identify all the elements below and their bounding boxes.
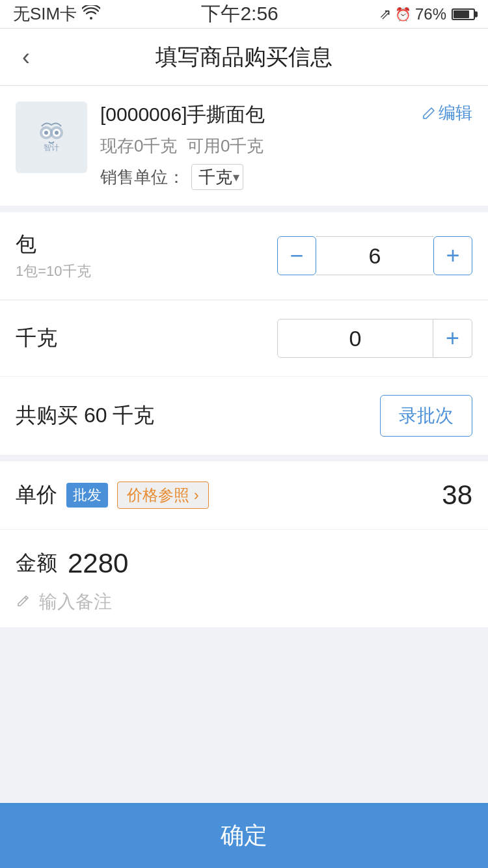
note-placeholder: 输入备注 (39, 590, 112, 614)
package-input-section: 包 1包=10千克 − + (0, 212, 488, 300)
price-section: 单价 批发 价格参照 › 38 (0, 461, 488, 530)
amount-row: 金额 2280 (16, 548, 472, 579)
alarm-icon: ⏰ (395, 7, 411, 22)
package-sub-label: 1包=10千克 (16, 262, 91, 281)
package-row: 包 1包=10千克 − + (16, 212, 472, 299)
note-row[interactable]: 输入备注 (16, 590, 472, 614)
product-name: [0000006]手撕面包 (100, 102, 409, 128)
package-qty-control: − + (277, 236, 472, 275)
unit-select[interactable]: 千克 (191, 164, 243, 190)
battery-percent: 76% (415, 5, 446, 23)
price-tag: 批发 (66, 483, 108, 508)
status-bar: 无SIM卡 下午2:56 ⇗ ⏰ 76% (0, 0, 488, 29)
back-button[interactable]: ‹ (16, 37, 36, 77)
amount-value: 2280 (68, 548, 128, 579)
pencil-icon (16, 591, 33, 613)
kg-row: 千克 + (16, 301, 472, 376)
nav-bar: ‹ 填写商品购买信息 (0, 29, 488, 86)
product-stock: 现存0千克 可用0千克 (100, 135, 409, 157)
page-title: 填写商品购买信息 (156, 42, 332, 72)
product-thumbnail-icon: 智计 (32, 115, 71, 160)
batch-button[interactable]: 录批次 (380, 395, 472, 437)
package-minus-button[interactable]: − (277, 236, 316, 275)
kg-input-section: 千克 + (0, 301, 488, 377)
content: 智计 [0000006]手撕面包 现存0千克 可用0千克 销售单位： 千克 (0, 86, 488, 757)
amount-label: 金额 (16, 549, 57, 578)
price-value: 38 (442, 480, 472, 511)
confirm-bar[interactable]: 确定 (0, 803, 488, 868)
wifi-icon (82, 4, 100, 24)
svg-point-5 (55, 131, 59, 135)
kg-qty-control: + (277, 319, 472, 358)
battery-icon (452, 8, 475, 20)
spacer (0, 627, 488, 757)
amount-section: 金额 2280 输入备注 (0, 530, 488, 627)
edit-button[interactable]: 编辑 (422, 102, 472, 124)
unit-select-wrap[interactable]: 千克 (191, 164, 243, 190)
product-unit: 销售单位： 千克 (100, 164, 409, 190)
kg-plus-button[interactable]: + (433, 319, 472, 358)
time-label: 下午2:56 (201, 1, 278, 27)
carrier-label: 无SIM卡 (13, 3, 77, 25)
price-label: 单价 (16, 481, 57, 509)
location-icon: ⇗ (379, 6, 391, 23)
product-image: 智计 (16, 102, 87, 173)
product-section: 智计 [0000006]手撕面包 现存0千克 可用0千克 销售单位： 千克 (0, 86, 488, 212)
svg-point-4 (44, 131, 48, 135)
package-label: 包 1包=10千克 (16, 230, 91, 281)
kg-label: 千克 (16, 324, 57, 353)
price-ref-button[interactable]: 价格参照 › (117, 481, 209, 509)
package-plus-button[interactable]: + (433, 236, 472, 275)
package-qty-input[interactable] (316, 236, 433, 275)
kg-qty-input[interactable] (277, 319, 433, 358)
price-left: 单价 批发 价格参照 › (16, 481, 209, 509)
summary-section: 共购买 60 千克 录批次 (0, 377, 488, 461)
svg-text:智计: 智计 (44, 143, 59, 152)
product-info: [0000006]手撕面包 现存0千克 可用0千克 销售单位： 千克 (100, 102, 409, 190)
summary-text: 共购买 60 千克 (16, 401, 154, 430)
confirm-button-label: 确定 (221, 820, 267, 852)
